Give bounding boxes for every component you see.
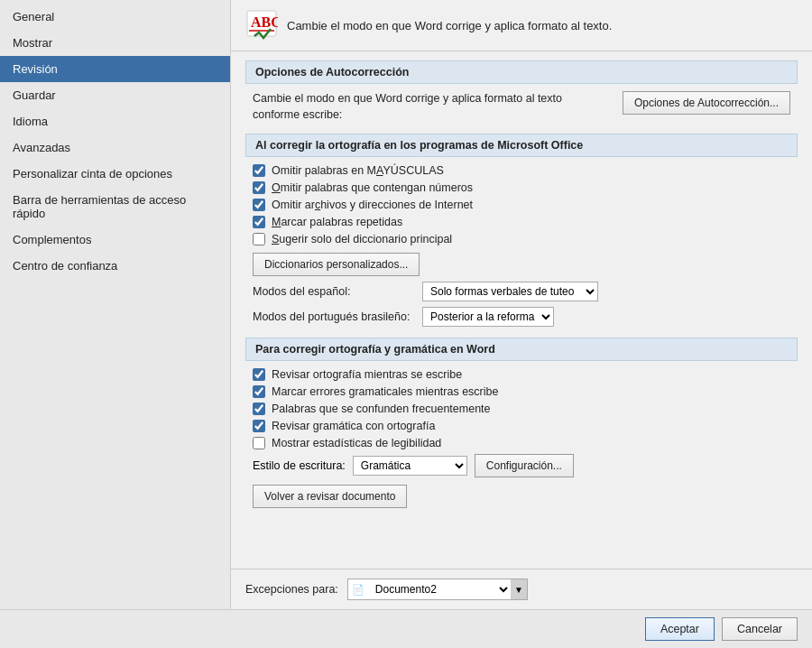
- checkbox-revisar: Revisar ortografía mientras se escribe: [253, 368, 790, 381]
- sidebar: General Mostrar Revisión Guardar Idioma …: [0, 0, 231, 609]
- checkbox-gramatica-input[interactable]: [253, 420, 265, 432]
- checkbox-repetidas: Marcar palabras repetidas: [253, 216, 790, 228]
- sidebar-item-avanzadas[interactable]: Avanzadas: [0, 134, 230, 161]
- checkbox-numeros-label: Omitir palabras que contengan números: [272, 181, 473, 194]
- dictionaries-button-row: Diccionarios personalizados...: [253, 253, 790, 276]
- checkbox-numeros: Omitir palabras que contengan números: [253, 181, 790, 194]
- word-spelling-content: Revisar ortografía mientras se escribe M…: [245, 368, 798, 508]
- office-spelling-content: Omitir palabras en MAYÚSCULAS Omitir pal…: [245, 164, 798, 327]
- estilo-select[interactable]: Gramática Gramática y estilo: [353, 456, 467, 476]
- autocorrection-row: Cambie el modo en que Word corrige y apl…: [253, 91, 790, 123]
- scrollable-content[interactable]: Opciones de Autocorrección Cambie el mod…: [231, 51, 812, 569]
- section-word-spelling: Para corregir ortografía y gramática en …: [245, 338, 798, 508]
- checkbox-gramatica: Revisar gramática con ortografía: [253, 420, 790, 432]
- spelling-icon: ABC: [245, 9, 278, 42]
- sidebar-item-revision[interactable]: Revisión: [0, 56, 230, 82]
- cancel-button[interactable]: Cancelar: [722, 617, 798, 641]
- checkbox-errores-label: Marcar errores gramaticales mientras esc…: [272, 385, 498, 398]
- modos-portugues-select[interactable]: Posterior a la reforma Anterior a la ref…: [422, 307, 554, 327]
- autocorrection-section-title: Opciones de Autocorrección: [245, 60, 798, 84]
- dictionaries-button[interactable]: Diccionarios personalizados...: [253, 253, 420, 276]
- sidebar-item-barra[interactable]: Barra de herramientas de acceso rápido: [0, 187, 230, 227]
- checkbox-errores: Marcar errores gramaticales mientras esc…: [253, 385, 790, 398]
- sidebar-item-general[interactable]: General: [0, 4, 230, 30]
- modos-espanol-select[interactable]: Solo formas verbales de tuteo Tuteo y vo…: [422, 282, 598, 301]
- checkbox-repetidas-input[interactable]: [253, 216, 265, 228]
- checkbox-confunden-label: Palabras que se confunden frecuentemente: [272, 403, 491, 415]
- checkbox-internet-label: Omitir archivos y direcciones de Interne…: [272, 199, 473, 211]
- svg-text:ABC: ABC: [251, 14, 278, 30]
- checkbox-mayusculas-label: Omitir palabras en MAYÚSCULAS: [272, 164, 444, 177]
- checkbox-diccionario-label: Sugerir solo del diccionario principal: [272, 233, 452, 245]
- checkbox-gramatica-label: Revisar gramática con ortografía: [272, 420, 435, 432]
- checkbox-estadisticas-label: Mostrar estadísticas de legibilidad: [272, 437, 441, 449]
- checkbox-internet: Omitir archivos y direcciones de Interne…: [253, 199, 790, 211]
- checkbox-mayusculas-input[interactable]: [253, 164, 265, 177]
- checkbox-confunden-input[interactable]: [253, 403, 265, 415]
- modos-espanol-row: Modos del español: Solo formas verbales …: [253, 282, 790, 301]
- configuracion-button[interactable]: Configuración...: [475, 454, 574, 477]
- estilo-label: Estilo de escritura:: [253, 459, 346, 472]
- sidebar-item-mostrar[interactable]: Mostrar: [0, 30, 230, 56]
- excepciones-wrapper[interactable]: 📄 Documento2 ▼: [347, 579, 528, 600]
- dialog-body: General Mostrar Revisión Guardar Idioma …: [0, 0, 812, 609]
- autocorrection-description: Cambie el modo en que Word corrige y apl…: [253, 91, 595, 123]
- writing-style-row: Estilo de escritura: Gramática Gramática…: [253, 454, 790, 477]
- checkbox-repetidas-label: Marcar palabras repetidas: [272, 216, 402, 228]
- modos-espanol-label: Modos del español:: [253, 285, 415, 298]
- header-text: Cambie el modo en que Word corrige y apl…: [287, 19, 612, 32]
- checkbox-confunden: Palabras que se confunden frecuentemente: [253, 403, 790, 415]
- section-autocorrection: Opciones de Autocorrección Cambie el mod…: [245, 60, 798, 123]
- checkbox-revisar-label: Revisar ortografía mientras se escribe: [272, 368, 462, 381]
- checkbox-internet-input[interactable]: [253, 199, 265, 211]
- sidebar-item-idioma[interactable]: Idioma: [0, 108, 230, 134]
- word-spelling-title: Para corregir ortografía y gramática en …: [245, 338, 798, 361]
- checkbox-numeros-input[interactable]: [253, 181, 265, 194]
- checkbox-mayusculas: Omitir palabras en MAYÚSCULAS: [253, 164, 790, 177]
- checkbox-errores-input[interactable]: [253, 385, 265, 398]
- checkbox-estadisticas: Mostrar estadísticas de legibilidad: [253, 437, 790, 449]
- checkbox-revisar-input[interactable]: [253, 368, 265, 381]
- modos-portugues-label: Modos del portugués brasileño:: [253, 310, 415, 323]
- sidebar-item-centro[interactable]: Centro de confianza: [0, 253, 230, 279]
- modos-portugues-row: Modos del portugués brasileño: Posterior…: [253, 307, 790, 327]
- sidebar-item-personalizar[interactable]: Personalizar cinta de opciones: [0, 161, 230, 187]
- excepciones-label: Excepciones para:: [245, 583, 338, 596]
- document-icon: 📄: [348, 582, 368, 597]
- sidebar-item-guardar[interactable]: Guardar: [0, 82, 230, 108]
- accept-button[interactable]: Aceptar: [645, 617, 715, 641]
- autocorrection-content: Cambie el modo en que Word corrige y apl…: [245, 91, 798, 123]
- excepciones-dropdown-btn[interactable]: ▼: [511, 579, 527, 599]
- main-content: ABC Cambie el modo en que Word corrige y…: [231, 0, 812, 609]
- volver-button-row: Volver a revisar documento: [253, 485, 790, 508]
- dialog-footer: Aceptar Cancelar: [0, 609, 812, 648]
- dialog-window: General Mostrar Revisión Guardar Idioma …: [0, 0, 812, 648]
- autocorrection-button[interactable]: Opciones de Autocorrección...: [623, 91, 790, 115]
- header-area: ABC Cambie el modo en que Word corrige y…: [231, 0, 812, 51]
- volver-button[interactable]: Volver a revisar documento: [253, 485, 407, 508]
- checkbox-diccionario-input[interactable]: [253, 233, 265, 245]
- excepciones-select[interactable]: Documento2: [368, 579, 511, 599]
- section-office-spelling: Al corregir la ortografía en los program…: [245, 134, 798, 327]
- sidebar-item-complementos[interactable]: Complementos: [0, 227, 230, 253]
- checkbox-diccionario: Sugerir solo del diccionario principal: [253, 233, 790, 245]
- excepciones-row: Excepciones para: 📄 Documento2 ▼: [231, 569, 812, 609]
- office-spelling-title: Al corregir la ortografía en los program…: [245, 134, 798, 157]
- checkbox-estadisticas-input[interactable]: [253, 437, 265, 449]
